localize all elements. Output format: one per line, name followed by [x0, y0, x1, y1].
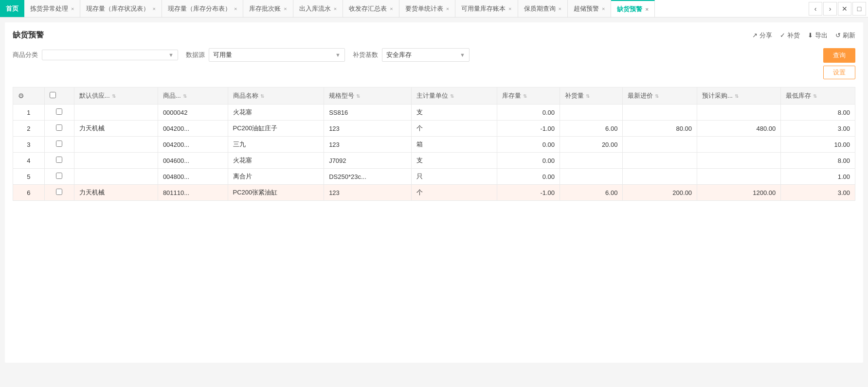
row-replenish — [560, 169, 623, 185]
settings-gear-icon[interactable]: ⚙ — [18, 92, 24, 100]
tab-close-batch[interactable]: × — [284, 6, 287, 12]
tab-abnormal[interactable]: 拣货异常处理 × — [24, 0, 80, 17]
row-min-stock: 10.00 — [781, 137, 855, 153]
tab-close-available[interactable]: × — [508, 6, 511, 12]
tab-shortage[interactable]: 缺货预警 × — [611, 0, 654, 17]
tab-close-stock-dist[interactable]: × — [234, 6, 237, 12]
row-checkbox[interactable] — [56, 124, 62, 131]
select-all-checkbox[interactable] — [50, 92, 56, 98]
tab-nav-buttons: ‹ › ✕ □ — [808, 2, 868, 16]
row-code: 801110... — [158, 185, 228, 201]
export-button[interactable]: ⬇ 导出 — [808, 31, 828, 40]
tab-next-button[interactable]: › — [823, 2, 837, 16]
row-code: 0000042 — [158, 105, 228, 121]
table-row[interactable]: 3 004200... 三九 123 箱 0.00 20.00 10.00 — [13, 137, 855, 153]
tab-window-restore-button[interactable]: ✕ — [838, 2, 851, 16]
row-spec: SS816 — [324, 105, 412, 121]
th-spec: 规格型号 ⇅ — [324, 88, 412, 105]
min-sort-icon[interactable]: ⇅ — [813, 93, 817, 99]
table-row[interactable]: 1 0000042 火花塞 SS816 支 0.00 8.00 — [13, 105, 855, 121]
th-checkbox[interactable] — [44, 88, 74, 105]
row-checkbox-cell[interactable] — [44, 169, 74, 185]
replenish-base-chevron-icon: ▼ — [460, 52, 465, 58]
datasource-select[interactable]: 可用量 ▼ — [209, 48, 345, 62]
th-name: 商品名称 ⇅ — [228, 88, 324, 105]
row-estimated-purchase — [697, 105, 781, 121]
category-select[interactable]: ▼ — [42, 50, 178, 60]
row-supplier: 力天机械 — [74, 121, 158, 137]
table-row[interactable]: 4 004600... 火花塞 J7092 支 0.00 8.00 — [13, 153, 855, 169]
row-min-stock: 3.00 — [781, 185, 855, 201]
tab-close-shortage[interactable]: × — [645, 6, 648, 12]
unit-sort-icon[interactable]: ⇅ — [450, 93, 454, 99]
row-spec: 123 — [324, 137, 412, 153]
row-checkbox[interactable] — [56, 189, 62, 195]
setting-button[interactable]: 设置 — [823, 66, 855, 79]
tab-stock-dist[interactable]: 现存量（库存分布表） × — [162, 0, 243, 17]
tab-expiry[interactable]: 保质期查询 × — [518, 0, 568, 17]
refresh-button[interactable]: ↺ 刷新 — [835, 31, 855, 40]
th-settings[interactable]: ⚙ — [13, 88, 45, 105]
row-replenish: 6.00 — [560, 121, 623, 137]
export-icon: ⬇ — [808, 32, 813, 39]
tab-available[interactable]: 可用量库存账本 × — [455, 0, 518, 17]
supplier-sort-icon[interactable]: ⇅ — [112, 93, 116, 99]
tab-batch[interactable]: 库存批次账 × — [243, 0, 293, 17]
row-spec: 123 — [324, 185, 412, 201]
row-seq: 5 — [13, 169, 45, 185]
stock-sort-icon[interactable]: ⇅ — [523, 93, 527, 99]
tab-order-stat[interactable]: 要货单统计表 × — [399, 0, 455, 17]
row-checkbox[interactable] — [56, 173, 62, 179]
replenish-base-select[interactable]: 安全库存 ▼ — [382, 48, 470, 62]
tab-close-overstock[interactable]: × — [602, 6, 605, 12]
row-checkbox-cell[interactable] — [44, 153, 74, 169]
price-sort-icon[interactable]: ⇅ — [655, 93, 659, 99]
share-button[interactable]: ↗ 分享 — [752, 31, 772, 40]
row-seq: 3 — [13, 137, 45, 153]
tab-stock-status[interactable]: 现存量（库存状况表） × — [80, 0, 162, 17]
replenish-button[interactable]: ✓ 补货 — [780, 31, 800, 40]
spec-sort-icon[interactable]: ⇅ — [356, 93, 360, 99]
row-checkbox[interactable] — [56, 108, 62, 115]
row-supplier — [74, 105, 158, 121]
tab-close-expiry[interactable]: × — [559, 6, 561, 12]
table-row[interactable]: 2 力天机械 004200... PC200油缸庄子 123 个 -1.00 6… — [13, 121, 855, 137]
th-stock: 库存量 ⇅ — [497, 88, 560, 105]
row-checkbox[interactable] — [56, 157, 62, 163]
tab-close-inout[interactable]: × — [334, 6, 337, 12]
category-filter: 商品分类 ▼ — [13, 50, 178, 60]
row-seq: 1 — [13, 105, 45, 121]
tab-prev-button[interactable]: ‹ — [809, 2, 822, 16]
tab-receipt[interactable]: 收发存汇总表 × — [343, 0, 399, 17]
tab-close-abnormal[interactable]: × — [71, 6, 74, 12]
row-stock: -1.00 — [497, 121, 560, 137]
name-sort-icon[interactable]: ⇅ — [260, 93, 264, 99]
row-replenish — [560, 105, 623, 121]
row-estimated-purchase: 480.00 — [697, 121, 781, 137]
tab-close-order-stat[interactable]: × — [446, 6, 449, 12]
page-title: 缺货预警 — [13, 30, 44, 40]
row-checkbox-cell[interactable] — [44, 185, 74, 201]
row-supplier: 力天机械 — [74, 185, 158, 201]
row-checkbox-cell[interactable] — [44, 105, 74, 121]
th-code: 商品... ⇅ — [158, 88, 228, 105]
row-checkbox-cell[interactable] — [44, 137, 74, 153]
tab-close-receipt[interactable]: × — [390, 6, 393, 12]
table-row[interactable]: 5 004800... 离合片 DS250*23c... 只 0.00 1.00 — [13, 169, 855, 185]
tab-close-stock-status[interactable]: × — [152, 6, 155, 12]
replenish-sort-icon[interactable]: ⇅ — [586, 93, 590, 99]
row-checkbox-cell[interactable] — [44, 121, 74, 137]
row-seq: 4 — [13, 153, 45, 169]
row-estimated-purchase — [697, 169, 781, 185]
tab-overstock[interactable]: 超储预警 × — [568, 0, 611, 17]
code-sort-icon[interactable]: ⇅ — [183, 93, 187, 99]
query-button[interactable]: 查询 — [823, 48, 855, 63]
row-stock: -1.00 — [497, 185, 560, 201]
datasource-value: 可用量 — [213, 51, 232, 59]
tab-home[interactable]: 首页 — [0, 0, 24, 17]
tab-inout[interactable]: 出入库流水 × — [293, 0, 343, 17]
table-row[interactable]: 6 力天机械 801110... PC200张紧油缸 123 个 -1.00 6… — [13, 185, 855, 201]
purchase-sort-icon[interactable]: ⇅ — [735, 93, 739, 99]
tab-window-maximize-button[interactable]: □ — [852, 2, 866, 16]
row-checkbox[interactable] — [56, 141, 62, 147]
